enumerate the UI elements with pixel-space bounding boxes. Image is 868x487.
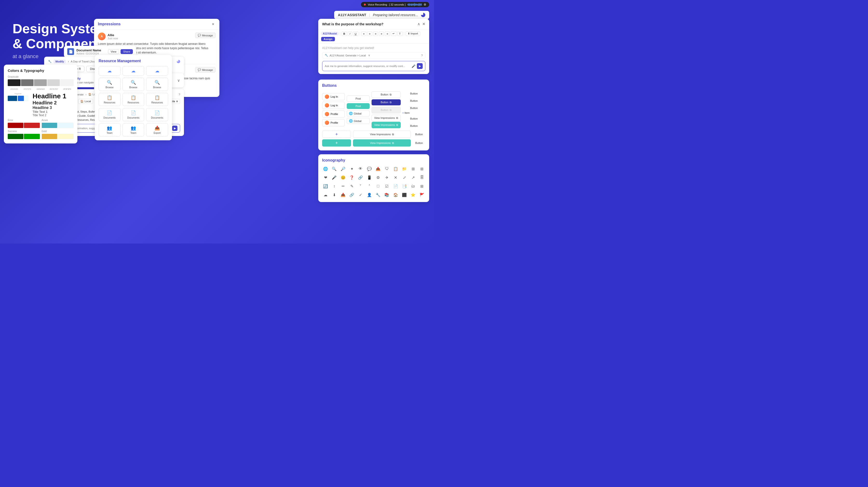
list-ol-button[interactable]: ≡ bbox=[385, 32, 390, 36]
underline-button[interactable]: U bbox=[353, 32, 358, 36]
login-profile-button[interactable]: Log In bbox=[322, 93, 345, 100]
send-icon[interactable]: ✈ bbox=[383, 174, 390, 181]
share-document-button[interactable]: Share bbox=[121, 49, 133, 54]
download-icon[interactable]: ⬇ bbox=[331, 191, 338, 198]
check-icon[interactable]: ✓ bbox=[357, 191, 364, 198]
external-icon[interactable]: ↗ bbox=[410, 174, 416, 181]
sparkle-icon[interactable]: ✦ bbox=[348, 165, 355, 172]
table-icon[interactable]: ⊞ bbox=[418, 183, 425, 189]
text-size-button[interactable]: T bbox=[397, 32, 402, 36]
view-impressions-plus-filled[interactable]: View Impressions ⧉ bbox=[353, 139, 411, 147]
resource-item-documents[interactable]: 📄 Documents bbox=[99, 108, 121, 121]
wrench-icon[interactable]: 🔧 bbox=[375, 191, 381, 198]
expand-icon[interactable]: ⤢ bbox=[401, 174, 408, 181]
file-icon[interactable]: 🗂 bbox=[410, 183, 416, 189]
local-context-button[interactable]: 🏠 Local bbox=[78, 99, 93, 104]
home-icon[interactable]: 🏠 bbox=[392, 191, 399, 198]
close-button[interactable]: ✕ bbox=[422, 22, 425, 26]
button-dark-icon[interactable]: Button ⧉ bbox=[372, 99, 401, 105]
align-right-button[interactable]: ≡ bbox=[373, 32, 378, 36]
folder-icon[interactable]: 📁 bbox=[401, 165, 408, 172]
zoom-icon[interactable]: 🔎 bbox=[340, 165, 346, 172]
grid-icon[interactable]: ⊞ bbox=[418, 165, 425, 172]
view-impressions-plus-outline[interactable]: View Impressions ⧉ bbox=[353, 131, 411, 138]
flag-icon[interactable]: 🚩 bbox=[418, 191, 425, 198]
message-button[interactable]: 💬 Message bbox=[195, 67, 216, 72]
chevron-down-icon[interactable]: ˅ bbox=[357, 183, 364, 189]
checkbox-icon[interactable]: ☑ bbox=[383, 183, 390, 189]
settings-icon[interactable]: ⚙ bbox=[375, 174, 381, 181]
view-document-button[interactable]: View bbox=[108, 49, 119, 54]
microphone-icon[interactable]: 🎤 bbox=[331, 174, 338, 181]
resource-item-documents[interactable]: 📄 Documents bbox=[123, 108, 145, 121]
mobile-icon[interactable]: 📱 bbox=[366, 174, 373, 181]
edit-icon[interactable]: ✎ bbox=[348, 183, 355, 189]
resource-item[interactable]: ☁ bbox=[123, 66, 145, 76]
sort-icon[interactable]: ↕ bbox=[331, 183, 338, 189]
assign-button[interactable]: Assign bbox=[321, 37, 335, 41]
close-icon[interactable]: ✕ bbox=[392, 174, 399, 181]
chat-icon[interactable]: 💬 bbox=[366, 165, 373, 172]
resource-item-browse[interactable]: 🔍 Browse bbox=[123, 78, 145, 91]
document-icon[interactable]: 📄 bbox=[392, 183, 399, 189]
resource-item-resources[interactable]: 📋 Resources bbox=[99, 93, 121, 106]
user-icon[interactable]: 👤 bbox=[366, 191, 373, 198]
resource-item[interactable]: ☁ bbox=[99, 66, 121, 76]
message-button[interactable]: 💬 Message bbox=[195, 33, 216, 38]
cloud-icon[interactable]: ☁ bbox=[322, 191, 329, 198]
comment-icon[interactable]: 🗨 bbox=[383, 165, 390, 172]
help-icon[interactable]: ❓ bbox=[348, 174, 355, 181]
pdf-icon[interactable]: 📑 bbox=[401, 183, 408, 189]
resource-item-resources[interactable]: 📋 Resources bbox=[123, 93, 145, 106]
resource-item[interactable]: ☁ bbox=[146, 66, 168, 76]
resource-item-resources[interactable]: 📋 Resources bbox=[146, 93, 168, 106]
global-badge-1[interactable]: 🌐 Global bbox=[347, 111, 369, 117]
star-icon[interactable]: ⭐ bbox=[410, 191, 416, 198]
profile-global-button-2[interactable]: Profile bbox=[322, 119, 345, 126]
list-ul-button[interactable]: ≡ bbox=[379, 32, 384, 36]
post-teal-button[interactable]: Post bbox=[347, 103, 369, 109]
bold-button[interactable]: B bbox=[342, 32, 347, 36]
more-icon[interactable]: ⊞ bbox=[410, 165, 416, 172]
import-button[interactable]: ⬇ Import bbox=[406, 31, 420, 36]
indent-button[interactable]: ↵ bbox=[391, 31, 396, 36]
resource-item-team[interactable]: 👥 Team bbox=[123, 123, 145, 136]
align-center-button[interactable]: ≡ bbox=[367, 32, 372, 36]
clipboard-icon[interactable]: 📋 bbox=[392, 165, 399, 172]
italic-button[interactable]: I bbox=[348, 32, 352, 36]
emoji-icon[interactable]: 😊 bbox=[340, 174, 346, 181]
add-outline-button[interactable]: + bbox=[322, 131, 351, 138]
resource-item-team[interactable]: 👥 Team bbox=[99, 123, 121, 136]
import-icon[interactable]: 📥 bbox=[340, 191, 346, 198]
search-icon[interactable]: 🔍 bbox=[331, 165, 338, 172]
add-teal-button[interactable]: + bbox=[322, 139, 351, 147]
link-icon[interactable]: 🔗 bbox=[357, 174, 364, 181]
impressions-close-button[interactable]: ✕ bbox=[211, 22, 216, 27]
share-icon[interactable]: 📤 bbox=[375, 165, 381, 172]
chain-icon[interactable]: 🔗 bbox=[348, 191, 355, 198]
post-outline-button[interactable]: Post bbox=[347, 95, 369, 102]
global-badge-2[interactable]: 🌐 Global bbox=[347, 118, 369, 124]
resource-item-export[interactable]: 📤 Export bbox=[146, 123, 168, 136]
archive-icon[interactable]: 🗄 bbox=[418, 174, 425, 181]
view-impressions-filled-button[interactable]: View Impressions ⧉ bbox=[372, 122, 401, 128]
divider-icon[interactable]: ═ bbox=[340, 183, 346, 189]
profile-global-button[interactable]: Profile bbox=[322, 111, 345, 118]
collapse-button[interactable]: ∧ bbox=[417, 22, 420, 26]
workshop-submit-button[interactable]: ▶ bbox=[417, 63, 423, 69]
workshop-message-input[interactable] bbox=[325, 65, 410, 67]
block-icon[interactable]: ⬛ bbox=[401, 191, 408, 198]
globe-icon[interactable]: 🌐 bbox=[322, 165, 329, 172]
resource-item-documents[interactable]: 📄 Documents bbox=[146, 108, 168, 121]
resource-item-browse[interactable]: 🔍 Browse bbox=[99, 78, 121, 91]
book-icon[interactable]: 📚 bbox=[383, 191, 390, 198]
view-impressions-outline-button[interactable]: View Impressions ⧉ bbox=[372, 115, 401, 121]
eye-icon[interactable]: 👁 bbox=[357, 165, 364, 172]
square-icon[interactable]: □ bbox=[375, 183, 381, 189]
refresh-icon[interactable]: 🔄 bbox=[322, 183, 329, 189]
resource-item-browse[interactable]: 🔍 Browse bbox=[146, 78, 168, 91]
voice-settings-icon[interactable]: ⚙ bbox=[424, 3, 426, 6]
login-profile-button-2[interactable]: Log In bbox=[322, 102, 345, 109]
button-outline-icon[interactable]: Button ⧉ bbox=[372, 91, 401, 98]
align-left-button[interactable]: ≡ bbox=[362, 32, 366, 36]
